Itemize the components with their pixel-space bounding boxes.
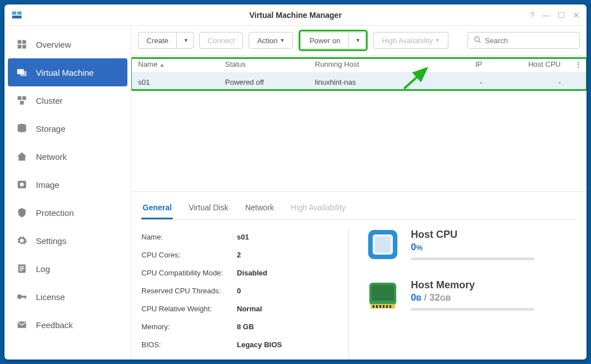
toolbar: Create ▼ Connect Action▼ Power on ▼ High… bbox=[131, 26, 587, 55]
column-ip[interactable]: IP bbox=[399, 60, 482, 68]
cell-cpu: - bbox=[482, 78, 561, 86]
chevron-down-icon: ▼ bbox=[355, 38, 360, 43]
sidebar-item-storage[interactable]: Storage bbox=[4, 114, 131, 142]
sidebar-item-label: Log bbox=[36, 264, 50, 274]
create-button[interactable]: Create bbox=[138, 32, 176, 49]
help-icon[interactable]: ? bbox=[530, 11, 534, 20]
sidebar-item-image[interactable]: Image bbox=[4, 171, 131, 199]
svg-rect-11 bbox=[20, 101, 24, 105]
sidebar-item-overview[interactable]: Overview bbox=[4, 30, 131, 58]
column-status[interactable]: Status bbox=[225, 60, 315, 68]
prop-label: CPU Compatibility Mode: bbox=[141, 269, 237, 277]
sidebar-item-label: Network bbox=[36, 152, 67, 162]
svg-point-24 bbox=[475, 36, 479, 41]
svg-rect-21 bbox=[25, 296, 26, 299]
svg-rect-36 bbox=[386, 305, 388, 308]
chevron-down-icon: ▼ bbox=[280, 38, 285, 43]
svg-rect-8 bbox=[20, 71, 27, 76]
svg-rect-0 bbox=[12, 11, 17, 15]
svg-rect-37 bbox=[390, 305, 391, 308]
vm-icon bbox=[16, 66, 28, 79]
titlebar: Virtual Machine Manager ? — ☐ ✕ bbox=[4, 4, 587, 26]
svg-rect-32 bbox=[373, 305, 374, 308]
close-icon[interactable]: ✕ bbox=[573, 11, 580, 20]
sidebar-item-cluster[interactable]: Cluster bbox=[4, 86, 131, 114]
search-input[interactable] bbox=[485, 36, 574, 45]
prop-value: linuxhint-nas bbox=[237, 358, 282, 360]
svg-rect-3 bbox=[18, 40, 22, 44]
power-dropdown[interactable]: ▼ bbox=[348, 32, 365, 49]
memory-bar bbox=[411, 308, 534, 311]
svg-rect-2 bbox=[12, 15, 22, 18]
power-on-button[interactable]: Power on bbox=[301, 32, 348, 49]
create-dropdown[interactable]: ▼ bbox=[176, 32, 194, 49]
prop-label: CPU Cores: bbox=[141, 251, 237, 259]
cpu-bar bbox=[411, 257, 534, 260]
svg-rect-16 bbox=[20, 266, 24, 268]
table-row[interactable]: s01 Powered off linuxhint-nas - - bbox=[131, 73, 587, 91]
sidebar-item-feedback[interactable]: Feedback bbox=[4, 311, 131, 339]
cluster-icon bbox=[16, 94, 28, 107]
column-host-cpu[interactable]: Host CPU bbox=[482, 60, 561, 68]
column-name[interactable]: Name▲ bbox=[138, 60, 225, 68]
columns-more-icon[interactable]: ⋮ bbox=[575, 60, 582, 68]
cell-ip: - bbox=[399, 78, 482, 86]
sidebar-item-license[interactable]: License bbox=[4, 283, 131, 311]
sidebar-item-virtual-machine[interactable]: Virtual Machine bbox=[8, 58, 127, 86]
storage-icon bbox=[16, 122, 28, 135]
stat-host-memory: Host Memory 0B / 32GB bbox=[366, 278, 576, 312]
svg-rect-6 bbox=[22, 45, 26, 49]
prop-label: CPU Relative Weight: bbox=[141, 305, 237, 313]
svg-rect-33 bbox=[376, 305, 378, 308]
tab-high-availability[interactable]: High Availability bbox=[290, 197, 347, 219]
sidebar-item-settings[interactable]: Settings bbox=[4, 227, 131, 255]
prop-value: Legacy BIOS bbox=[237, 340, 282, 349]
connect-button[interactable]: Connect bbox=[199, 32, 243, 49]
log-icon bbox=[16, 262, 28, 275]
sidebar-item-network[interactable]: Network bbox=[4, 142, 131, 171]
window-title: Virtual Machine Manager bbox=[4, 11, 587, 20]
chevron-down-icon: ▼ bbox=[435, 38, 440, 43]
svg-rect-1 bbox=[17, 11, 22, 15]
svg-rect-30 bbox=[372, 285, 394, 301]
search-input-wrap[interactable] bbox=[468, 32, 580, 49]
app-window: Virtual Machine Manager ? — ☐ ✕ Overview… bbox=[4, 4, 587, 360]
minimize-icon[interactable]: — bbox=[542, 11, 550, 20]
action-button[interactable]: Action▼ bbox=[249, 32, 293, 49]
stat-title: Host CPU bbox=[411, 229, 534, 241]
prop-value: s01 bbox=[237, 233, 249, 241]
sort-asc-icon: ▲ bbox=[159, 62, 165, 68]
svg-rect-5 bbox=[18, 45, 22, 49]
svg-rect-17 bbox=[20, 268, 24, 269]
sidebar-item-label: License bbox=[36, 292, 65, 302]
tab-general[interactable]: General bbox=[141, 197, 173, 219]
details-panel: General Virtual Disk Network High Availa… bbox=[131, 191, 587, 360]
sidebar-item-label: Settings bbox=[36, 236, 66, 246]
envelope-icon bbox=[16, 319, 28, 331]
prop-value: Disabled bbox=[237, 269, 267, 277]
column-running-host[interactable]: Running Host bbox=[315, 60, 399, 68]
cell-host: linuxhint-nas bbox=[315, 78, 399, 86]
key-icon bbox=[16, 291, 28, 303]
maximize-icon[interactable]: ☐ bbox=[558, 11, 565, 20]
search-icon bbox=[474, 36, 482, 45]
svg-rect-34 bbox=[379, 305, 381, 308]
high-availability-button[interactable]: High Availability▼ bbox=[373, 32, 448, 49]
table-header: Name▲ Status Running Host IP Host CPU ⋮ bbox=[131, 55, 587, 73]
stat-title: Host Memory bbox=[411, 279, 534, 291]
prop-value: 8 GB bbox=[237, 322, 254, 331]
image-icon bbox=[16, 178, 28, 191]
svg-rect-18 bbox=[20, 270, 22, 271]
sidebar-item-label: Virtual Machine bbox=[36, 68, 94, 77]
sidebar-item-label: Feedback bbox=[36, 320, 73, 330]
cell-name: s01 bbox=[138, 78, 225, 86]
sidebar: Overview Virtual Machine Cluster Storage… bbox=[4, 26, 131, 360]
tab-virtual-disk[interactable]: Virtual Disk bbox=[187, 197, 230, 219]
sidebar-item-log[interactable]: Log bbox=[4, 255, 131, 283]
prop-label: Running Host: bbox=[141, 358, 237, 360]
svg-rect-20 bbox=[21, 296, 26, 297]
prop-value: 0 bbox=[237, 287, 241, 295]
details-tabs: General Virtual Disk Network High Availa… bbox=[141, 197, 576, 220]
sidebar-item-protection[interactable]: Protection bbox=[4, 199, 131, 227]
tab-network[interactable]: Network bbox=[244, 197, 275, 219]
